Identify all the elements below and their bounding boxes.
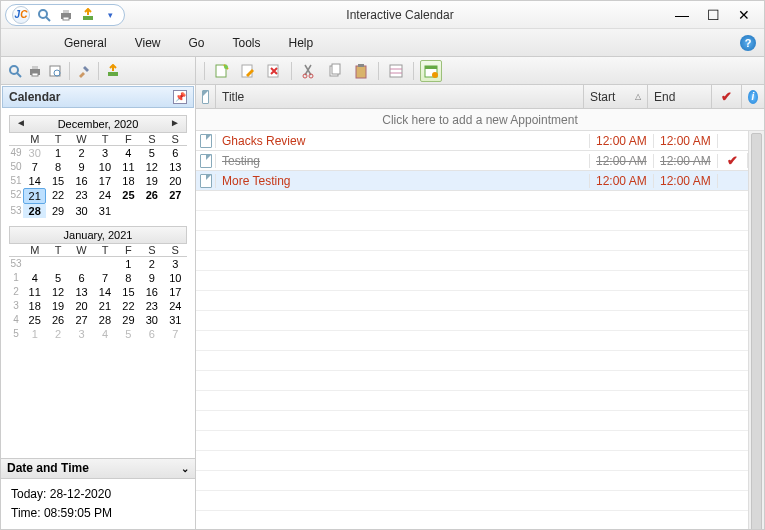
datetime-header[interactable]: Date and Time ⌄ (1, 459, 195, 479)
print-icon[interactable] (27, 63, 43, 79)
delete-button[interactable] (263, 60, 285, 82)
day-cell[interactable]: 30 (70, 204, 93, 218)
minimize-button[interactable]: — (675, 7, 689, 23)
day-cell[interactable]: 8 (46, 160, 69, 174)
search-icon[interactable] (36, 7, 52, 23)
column-info[interactable]: i (742, 85, 764, 108)
month-header[interactable]: January, 2021 (9, 226, 187, 244)
day-cell[interactable]: 6 (70, 271, 93, 285)
day-cell[interactable]: 3 (70, 327, 93, 341)
scrollbar[interactable] (748, 131, 764, 529)
day-cell[interactable]: 7 (93, 271, 116, 285)
day-cell[interactable]: 29 (117, 313, 140, 327)
day-cell[interactable]: 7 (23, 160, 46, 174)
day-cell[interactable]: 19 (46, 299, 69, 313)
day-cell[interactable]: 19 (140, 174, 163, 188)
day-cell[interactable]: 14 (23, 174, 46, 188)
day-cell[interactable]: 21 (93, 299, 116, 313)
day-cell[interactable]: 8 (117, 271, 140, 285)
day-cell[interactable]: 28 (93, 313, 116, 327)
maximize-button[interactable]: ☐ (707, 7, 720, 23)
day-cell[interactable]: 5 (140, 146, 163, 160)
column-start[interactable]: Start△ (584, 85, 648, 108)
menu-view[interactable]: View (122, 31, 174, 55)
app-logo[interactable]: JC (12, 6, 30, 24)
day-cell[interactable]: 23 (70, 188, 93, 204)
calendar-view-button[interactable] (420, 60, 442, 82)
new-appointment-button[interactable] (211, 60, 233, 82)
day-cell[interactable]: 1 (117, 257, 140, 271)
day-cell[interactable]: 4 (117, 146, 140, 160)
day-cell[interactable]: 12 (46, 285, 69, 299)
qat-dropdown-icon[interactable]: ▾ (102, 7, 118, 23)
menu-help[interactable]: Help (276, 31, 327, 55)
day-cell[interactable]: 15 (117, 285, 140, 299)
day-cell[interactable]: 26 (46, 313, 69, 327)
column-end[interactable]: End (648, 85, 712, 108)
print-icon[interactable] (58, 7, 74, 23)
day-cell[interactable]: 31 (93, 204, 116, 218)
day-cell[interactable]: 12 (140, 160, 163, 174)
day-cell[interactable]: 29 (46, 204, 69, 218)
day-cell[interactable]: 30 (140, 313, 163, 327)
day-cell[interactable]: 6 (140, 327, 163, 341)
day-cell[interactable]: 21 (23, 188, 46, 204)
cut-button[interactable] (298, 60, 320, 82)
menu-general[interactable]: General (51, 31, 120, 55)
day-cell[interactable]: 27 (164, 188, 187, 204)
day-cell[interactable]: 18 (117, 174, 140, 188)
day-cell[interactable]: 14 (93, 285, 116, 299)
day-cell[interactable]: 24 (164, 299, 187, 313)
day-cell[interactable]: 6 (164, 146, 187, 160)
day-cell[interactable]: 23 (140, 299, 163, 313)
column-icon[interactable] (196, 85, 216, 108)
day-cell[interactable]: 13 (70, 285, 93, 299)
day-cell[interactable]: 28 (23, 204, 46, 218)
export-icon[interactable] (105, 63, 121, 79)
day-cell[interactable]: 2 (70, 146, 93, 160)
day-cell[interactable]: 11 (23, 285, 46, 299)
row-done-cell[interactable]: ✔ (718, 153, 748, 168)
day-cell[interactable]: 31 (164, 313, 187, 327)
search-icon[interactable] (7, 63, 23, 79)
day-cell[interactable]: 20 (164, 174, 187, 188)
day-cell[interactable]: 18 (23, 299, 46, 313)
day-cell[interactable]: 4 (93, 327, 116, 341)
day-cell[interactable]: 22 (117, 299, 140, 313)
close-button[interactable]: ✕ (738, 7, 750, 23)
edit-button[interactable] (237, 60, 259, 82)
day-cell[interactable]: 24 (93, 188, 116, 204)
day-cell[interactable]: 26 (140, 188, 163, 204)
day-cell[interactable]: 2 (46, 327, 69, 341)
day-cell[interactable]: 17 (164, 285, 187, 299)
paste-button[interactable] (350, 60, 372, 82)
day-cell[interactable]: 5 (117, 327, 140, 341)
day-cell[interactable]: 3 (164, 257, 187, 271)
day-cell[interactable]: 9 (140, 271, 163, 285)
copy-button[interactable] (324, 60, 346, 82)
day-cell[interactable]: 1 (46, 146, 69, 160)
month-header[interactable]: ◄December, 2020► (9, 115, 187, 133)
menu-go[interactable]: Go (176, 31, 218, 55)
day-cell[interactable]: 4 (23, 271, 46, 285)
next-month-button[interactable]: ► (166, 117, 184, 128)
column-done[interactable]: ✔ (712, 85, 742, 108)
day-cell[interactable]: 11 (117, 160, 140, 174)
day-cell[interactable]: 7 (164, 327, 187, 341)
day-cell[interactable]: 27 (70, 313, 93, 327)
day-cell[interactable]: 25 (23, 313, 46, 327)
column-title[interactable]: Title (216, 85, 584, 108)
day-cell[interactable]: 9 (70, 160, 93, 174)
day-cell[interactable]: 5 (46, 271, 69, 285)
day-cell[interactable]: 2 (140, 257, 163, 271)
day-cell[interactable]: 10 (164, 271, 187, 285)
day-cell[interactable]: 13 (164, 160, 187, 174)
day-cell[interactable]: 15 (46, 174, 69, 188)
day-cell[interactable]: 10 (93, 160, 116, 174)
export-icon[interactable] (80, 7, 96, 23)
day-cell[interactable]: 17 (93, 174, 116, 188)
pin-icon[interactable]: 📌 (173, 90, 187, 104)
add-appointment-row[interactable]: Click here to add a new Appointment (196, 109, 764, 131)
menu-tools[interactable]: Tools (220, 31, 274, 55)
preview-icon[interactable] (47, 63, 63, 79)
